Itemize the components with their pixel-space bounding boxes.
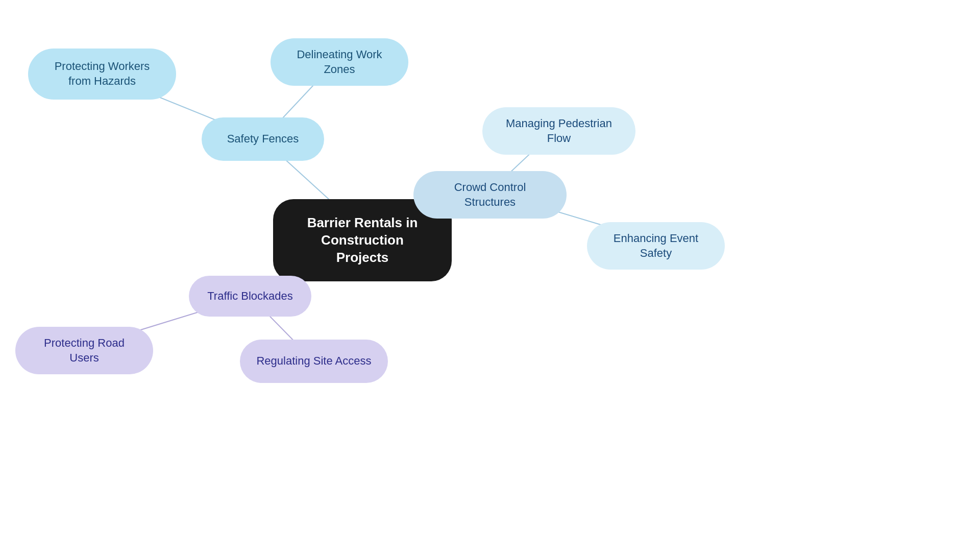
safety-fences-node: Safety Fences — [202, 117, 324, 161]
crowd-control-node: Crowd Control Structures — [413, 171, 567, 219]
protecting-road-label: Protecting Road Users — [30, 336, 139, 365]
protecting-workers-label: Protecting Workers from Hazards — [42, 59, 162, 88]
enhancing-event-label: Enhancing Event Safety — [601, 231, 710, 260]
traffic-blockades-node: Traffic Blockades — [189, 276, 311, 317]
managing-pedestrian-label: Managing Pedestrian Flow — [497, 116, 621, 146]
traffic-blockades-label: Traffic Blockades — [207, 289, 293, 304]
safety-fences-label: Safety Fences — [227, 132, 299, 147]
regulating-site-label: Regulating Site Access — [256, 354, 371, 369]
regulating-site-node: Regulating Site Access — [240, 340, 388, 383]
protecting-workers-node: Protecting Workers from Hazards — [28, 49, 176, 100]
delineating-work-zones-node: Delineating Work Zones — [271, 38, 408, 86]
managing-pedestrian-node: Managing Pedestrian Flow — [482, 107, 635, 155]
center-node-label: Barrier Rentals in Construction Projects — [293, 214, 431, 266]
crowd-control-label: Crowd Control Structures — [428, 180, 552, 209]
delineating-work-zones-label: Delineating Work Zones — [285, 47, 394, 77]
enhancing-event-node: Enhancing Event Safety — [587, 222, 725, 270]
protecting-road-node: Protecting Road Users — [15, 327, 153, 374]
